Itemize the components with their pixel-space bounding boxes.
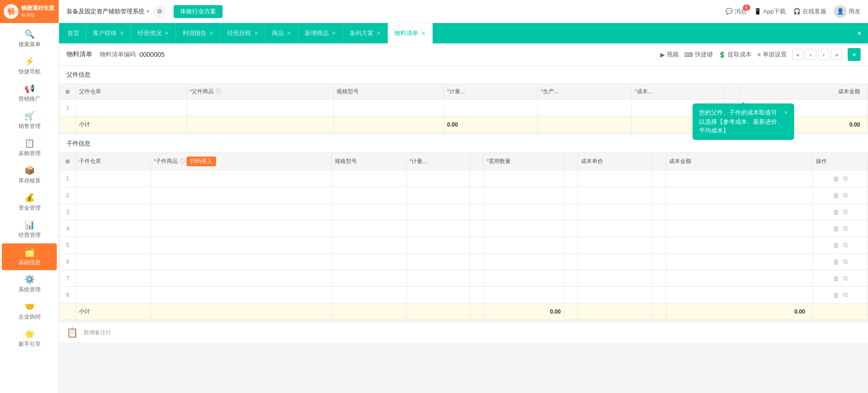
tab-profit[interactable]: 利润报告 ✕ (176, 23, 221, 43)
nav-prev-prev[interactable]: « (792, 49, 803, 60)
copy-icon-1[interactable]: ⧉ (843, 175, 848, 182)
child-row-8-unit[interactable] (406, 287, 470, 303)
delete-icon-4[interactable]: 🗑 (833, 225, 839, 232)
child-row-8-qty[interactable] (483, 287, 564, 303)
tab-barcode-close[interactable]: ✕ (376, 30, 381, 36)
child-row-8-spec[interactable] (332, 287, 407, 303)
tab-new-goods[interactable]: 新增商品 ✕ (298, 23, 343, 43)
tab-history[interactable]: 经营历程 ✕ (221, 23, 265, 43)
tooltip-close-button[interactable]: × (784, 108, 788, 117)
tab-operations[interactable]: 经营情况 ✕ (131, 23, 176, 43)
tab-customers-close[interactable]: ✕ (120, 30, 124, 36)
nav-next-next[interactable]: » (831, 49, 842, 60)
sidebar-item-inventory[interactable]: 📦 库存核算 (2, 162, 57, 188)
app-download-button[interactable]: 📱 App下载 (754, 7, 786, 16)
child-row-4-goods[interactable] (151, 220, 332, 237)
settings-button[interactable]: ⚙ (153, 5, 166, 18)
delete-icon-3[interactable]: 🗑 (833, 208, 839, 216)
child-row-1-qty[interactable] (483, 170, 564, 187)
nav-prev[interactable]: ‹ (805, 49, 816, 60)
child-row-6-qty[interactable] (483, 254, 564, 270)
child-row-2-spec[interactable] (332, 187, 407, 204)
tab-goods[interactable]: 商品 ✕ (265, 23, 298, 43)
add-row-icon[interactable]: 📋 (66, 327, 78, 338)
shortcut-action[interactable]: ⌨ 快捷键 (684, 50, 713, 59)
parent-row-1-warehouse[interactable] (76, 100, 187, 116)
sidebar-item-sales[interactable]: 🛒 销售管理 (2, 107, 57, 134)
child-row-5-goods[interactable] (151, 237, 332, 254)
delete-icon-6[interactable]: 🗑 (833, 258, 839, 266)
child-row-2-goods[interactable] (151, 187, 332, 204)
parent-row-1-produce[interactable] (538, 100, 632, 116)
child-row-3-spec[interactable] (332, 204, 407, 220)
tab-bom-close[interactable]: ✕ (421, 30, 426, 36)
single-settings-action[interactable]: ≡ 单据设置 (757, 50, 787, 59)
child-row-4-spec[interactable] (332, 220, 407, 237)
online-service-button[interactable]: 🎧 在线客服 (793, 7, 826, 16)
child-row-1-unit-cost[interactable] (578, 170, 652, 187)
tab-bom[interactable]: 物料清单 ✕ (388, 23, 433, 43)
child-row-2-qty[interactable] (483, 187, 564, 204)
parent-th-settings[interactable]: ⚙ (60, 84, 76, 100)
child-row-7-unit-cost[interactable] (578, 270, 652, 287)
child-row-7-warehouse[interactable] (76, 270, 151, 287)
child-row-1-spec[interactable] (332, 170, 407, 187)
sidebar-item-system[interactable]: ⚙️ 系统管理 (2, 271, 57, 297)
child-row-2-unit[interactable] (406, 187, 470, 204)
sidebar-item-enterprise[interactable]: 🤝 企业协同 (2, 298, 57, 325)
tab-operations-close[interactable]: ✕ (164, 30, 169, 36)
copy-icon-4[interactable]: ⧉ (843, 224, 848, 232)
copy-icon-8[interactable]: ⧉ (843, 291, 848, 299)
sidebar-item-marketing[interactable]: 📢 营销推广 (2, 80, 57, 107)
child-row-7-spec[interactable] (332, 270, 407, 287)
child-row-4-qty[interactable] (483, 220, 564, 237)
delete-icon-8[interactable]: 🗑 (833, 291, 839, 299)
child-row-5-unit-cost[interactable] (578, 237, 652, 254)
tab-goods-close[interactable]: ✕ (287, 30, 291, 36)
child-row-7-goods[interactable] (151, 270, 332, 287)
child-row-5-warehouse[interactable] (76, 237, 151, 254)
child-row-3-goods[interactable] (151, 204, 332, 220)
child-row-6-unit[interactable] (406, 254, 470, 270)
tab-history-close[interactable]: ✕ (254, 30, 259, 36)
tab-customers[interactable]: 客户联络 ✕ (86, 23, 131, 43)
child-row-6-goods[interactable] (151, 254, 332, 270)
sidebar-item-guide[interactable]: 🌟 新手引导 (2, 325, 57, 352)
sidebar-item-search[interactable]: 🔍 搜索菜单 (2, 25, 57, 52)
parent-row-1-unit[interactable] (444, 100, 538, 116)
sidebar-item-purchase[interactable]: 📋 采购管理 (2, 134, 57, 161)
child-row-6-warehouse[interactable] (76, 254, 151, 270)
child-row-4-unit[interactable] (406, 220, 470, 237)
parent-row-1-spec[interactable] (333, 100, 444, 116)
child-row-5-qty[interactable] (483, 237, 564, 254)
parent-row-1-goods[interactable] (187, 100, 333, 116)
trial-button[interactable]: 体验行业方案 (174, 5, 223, 18)
child-row-3-unit-cost[interactable] (578, 204, 652, 220)
delete-icon-2[interactable]: 🗑 (833, 192, 839, 199)
delete-icon-5[interactable]: 🗑 (833, 242, 839, 249)
child-row-6-spec[interactable] (332, 254, 407, 270)
sidebar-item-basic[interactable]: 🗂️ 基础信息 (2, 243, 57, 270)
nav-next[interactable]: › (818, 49, 829, 60)
system-selector[interactable]: 装备及固定资产辅助管理系统 ▾ (66, 7, 150, 16)
delete-icon-7[interactable]: 🗑 (833, 275, 839, 282)
copy-icon-3[interactable]: ⧉ (843, 208, 848, 216)
child-row-2-warehouse[interactable] (76, 187, 151, 204)
close-tab-button[interactable]: ✕ (852, 26, 866, 40)
message-button[interactable]: 💬 消息 6 (725, 7, 747, 16)
copy-icon-5[interactable]: ⧉ (843, 241, 848, 249)
child-row-7-qty[interactable] (483, 270, 564, 287)
user-area[interactable]: 👤 用友 (834, 5, 861, 18)
sidebar-item-operations[interactable]: 📊 经营管理 (2, 216, 57, 243)
child-row-7-unit[interactable] (406, 270, 470, 287)
child-row-1-warehouse[interactable] (76, 170, 151, 187)
tab-home[interactable]: 首页 (61, 23, 86, 43)
copy-icon-7[interactable]: ⧉ (843, 274, 848, 282)
tab-barcode[interactable]: 条码方案 ✕ (343, 23, 388, 43)
child-row-4-warehouse[interactable] (76, 220, 151, 237)
child-row-2-unit-cost[interactable] (578, 187, 652, 204)
child-row-3-qty[interactable] (483, 204, 564, 220)
child-row-5-spec[interactable] (332, 237, 407, 254)
tab-new-goods-close[interactable]: ✕ (332, 30, 336, 36)
child-row-6-unit-cost[interactable] (578, 254, 652, 270)
